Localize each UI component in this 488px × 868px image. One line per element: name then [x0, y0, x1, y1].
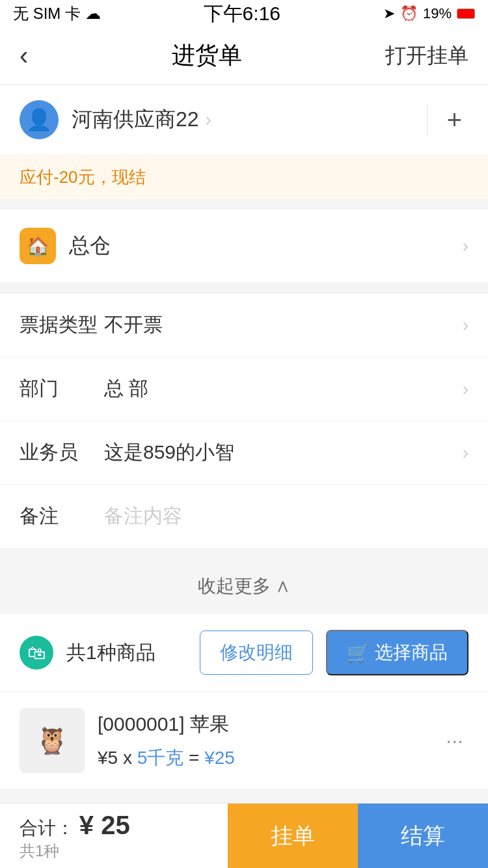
department-row[interactable]: 部门 总 部 ›: [0, 357, 488, 420]
supplier-alert: 应付-20元，现结: [0, 156, 488, 199]
edit-detail-button[interactable]: 修改明细: [200, 631, 313, 675]
battery-icon: [457, 8, 475, 19]
signal-text: 无 SIM 卡 ☁: [13, 3, 101, 24]
footer: 合计： ¥ 25 共1种 挂单 结算: [0, 803, 488, 868]
avatar-icon: 👤: [26, 107, 52, 132]
warehouse-row[interactable]: 🏠 总仓 ›: [0, 210, 488, 282]
select-product-button[interactable]: 🛒 选择商品: [326, 630, 468, 675]
product-header: 🛍 共1种商品 修改明细 🛒 选择商品: [0, 614, 488, 691]
unit-price: ¥5: [98, 748, 118, 768]
status-bar-time: 下午6:16: [204, 1, 280, 27]
invoice-type-value: 不开票: [104, 312, 456, 338]
chevron-right-icon: ›: [463, 442, 468, 463]
collapse-button[interactable]: 收起更多 ∧: [0, 558, 488, 614]
supplier-avatar: 👤: [20, 100, 59, 139]
cart-icon: 🛒: [347, 642, 370, 664]
product-count-icon: 🛍: [20, 636, 53, 670]
remark-row[interactable]: 备注 备注内容: [0, 484, 488, 548]
checkout-label: 结算: [401, 821, 445, 851]
status-bar: 无 SIM 卡 ☁ 下午6:16 ➤ ⏰ 19%: [0, 0, 488, 27]
status-bar-left: 无 SIM 卡 ☁: [13, 3, 101, 24]
back-button[interactable]: ‹: [20, 41, 28, 70]
warehouse-section: 🏠 总仓 ›: [0, 210, 488, 282]
warehouse-icon: 🏠: [20, 228, 56, 264]
multiply-symbol: x: [123, 748, 132, 768]
home-icon: 🏠: [27, 236, 49, 257]
chevron-right-icon: ›: [206, 109, 211, 130]
supplier-row[interactable]: 👤 河南供应商22 › +: [0, 85, 488, 156]
footer-total-row: 合计： ¥ 25: [20, 811, 208, 841]
remark-label: 备注: [20, 503, 104, 530]
supplier-info: 👤 河南供应商22 ›: [20, 100, 414, 139]
product-thumbnail: 🦉: [20, 708, 85, 773]
product-price: ¥5 x 5千克 = ¥25: [98, 746, 427, 770]
pending-label: 挂单: [271, 821, 315, 851]
chevron-right-icon: ›: [463, 379, 468, 400]
product-more-button[interactable]: ···: [441, 729, 468, 753]
salesperson-label: 业务员: [20, 439, 104, 466]
main-content: 👤 河南供应商22 › + 应付-20元，现结 🏠 总仓 › 票据类型 不开票 …: [0, 85, 488, 854]
battery-text: 19%: [423, 5, 452, 22]
footer-total: 合计： ¥ 25 共1种: [0, 811, 228, 861]
divider: [427, 103, 427, 136]
product-image-placeholder: 🦉: [36, 726, 68, 756]
invoice-type-label: 票据类型: [20, 312, 104, 338]
total-label: 合计：: [20, 818, 74, 838]
supplier-name: 河南供应商22: [72, 105, 199, 134]
quantity: 5千克: [137, 748, 184, 768]
add-supplier-button[interactable]: +: [441, 105, 468, 135]
page-title: 进货单: [172, 40, 242, 72]
status-bar-right: ➤ ⏰ 19%: [383, 5, 475, 22]
item-total: ¥25: [204, 748, 235, 768]
alarm-icon: ⏰: [400, 5, 418, 22]
collapse-label: 收起更多 ∧: [198, 576, 291, 596]
chevron-right-icon: ›: [463, 315, 468, 336]
invoice-type-row[interactable]: 票据类型 不开票 ›: [0, 293, 488, 357]
chevron-right-icon: ›: [463, 236, 468, 256]
warehouse-name: 总仓: [69, 232, 456, 260]
open-pending-button[interactable]: 打开挂单: [385, 42, 468, 70]
equals-symbol: =: [189, 748, 199, 768]
salesperson-value: 这是859的小智: [104, 439, 456, 466]
checkout-button[interactable]: 结算: [358, 804, 488, 869]
product-name: [0000001] 苹果: [98, 711, 427, 738]
pending-button[interactable]: 挂单: [228, 804, 358, 869]
navigation-icon: ➤: [383, 5, 395, 22]
product-item: 🦉 [0000001] 苹果 ¥5 x 5千克 = ¥25 ···: [0, 692, 488, 789]
department-label: 部门: [20, 375, 104, 402]
supplier-section: 👤 河南供应商22 › + 应付-20元，现结: [0, 85, 488, 199]
select-product-label: 选择商品: [375, 640, 448, 665]
product-info: [0000001] 苹果 ¥5 x 5千克 = ¥25: [98, 711, 427, 770]
bag-icon: 🛍: [27, 642, 46, 664]
nav-bar: ‹ 进货单 打开挂单: [0, 27, 488, 85]
remark-placeholder: 备注内容: [104, 503, 468, 530]
product-count-text: 共1种商品: [66, 640, 187, 666]
total-amount: ¥ 25: [79, 811, 130, 839]
department-value: 总 部: [104, 375, 456, 402]
salesperson-row[interactable]: 业务员 这是859的小智 ›: [0, 420, 488, 484]
total-count: 共1种: [20, 841, 208, 861]
form-section: 票据类型 不开票 › 部门 总 部 › 业务员 这是859的小智 › 备注 备注…: [0, 293, 488, 548]
